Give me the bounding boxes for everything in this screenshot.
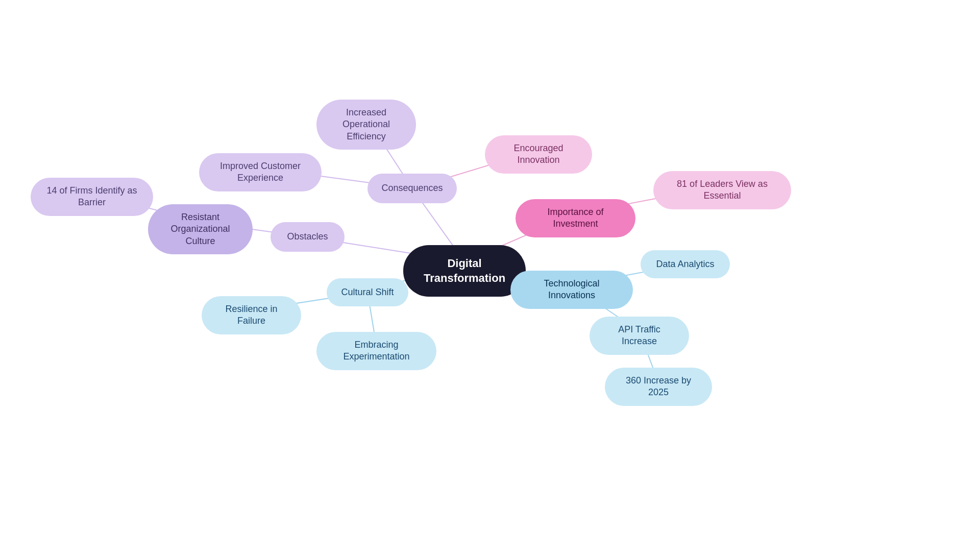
node-obstacles[interactable]: Obstacles — [271, 222, 345, 252]
node-embracing_experimentation[interactable]: Embracing Experimentation — [316, 332, 436, 370]
node-api_traffic[interactable]: API Traffic Increase — [590, 317, 689, 355]
node-improved_customer[interactable]: Improved Customer Experience — [199, 153, 322, 191]
node-data_analytics[interactable]: Data Analytics — [641, 250, 730, 278]
node-consequences[interactable]: Consequences — [368, 174, 457, 203]
node-center[interactable]: Digital Transformation — [403, 245, 526, 297]
node-leaders_view[interactable]: 81 of Leaders View as Essential — [653, 171, 791, 209]
mindmap-container: Digital TransformationConsequencesIncrea… — [0, 0, 980, 553]
node-encouraged_innovation[interactable]: Encouraged Innovation — [485, 135, 592, 174]
node-resilience_failure[interactable]: Resilience in Failure — [202, 296, 301, 334]
node-cultural_shift[interactable]: Cultural Shift — [327, 278, 408, 306]
node-technological_innovations[interactable]: Technological Innovations — [510, 271, 633, 309]
node-firms_barrier[interactable]: 14 of Firms Identify as Barrier — [31, 178, 153, 216]
node-increased_efficiency[interactable]: Increased Operational Efficiency — [316, 100, 416, 150]
node-resistant_culture[interactable]: Resistant Organizational Culture — [148, 204, 253, 254]
node-importance_investment[interactable]: Importance of Investment — [516, 199, 635, 237]
node-increase_2025[interactable]: 360 Increase by 2025 — [605, 368, 712, 406]
